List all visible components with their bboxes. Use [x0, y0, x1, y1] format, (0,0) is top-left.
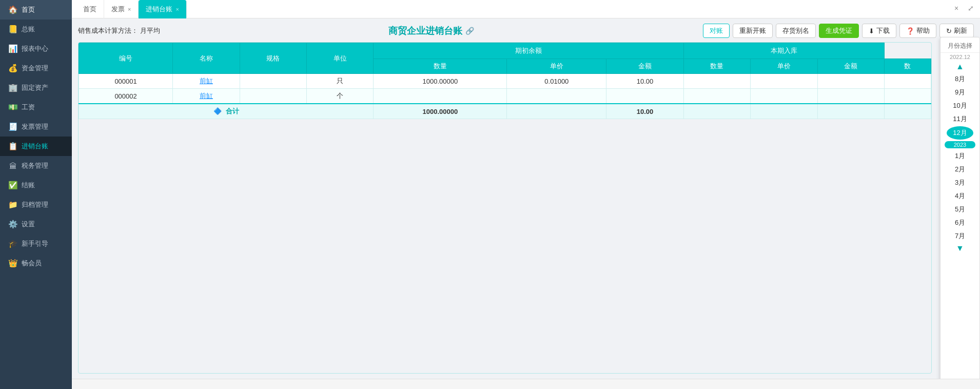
- home-icon: 🏠: [8, 5, 17, 14]
- sidebar-item-close[interactable]: ✅ 结账: [0, 176, 72, 195]
- tab-purchase-sales-close-icon[interactable]: ×: [175, 0, 179, 18]
- col-opening-price: 单价: [507, 59, 606, 74]
- tab-home[interactable]: 首页: [76, 0, 104, 18]
- close-window-button[interactable]: ×: [951, 3, 962, 13]
- cell-name: 前缸: [173, 89, 240, 104]
- bottom-bar: [72, 379, 980, 389]
- product-name-link[interactable]: 前缸: [200, 77, 213, 85]
- tabs-bar: 首页 发票 × 进销台账 ×: [72, 0, 980, 18]
- sidebar-item-member[interactable]: 👑 畅会员: [0, 254, 72, 273]
- sidebar-item-label: 报表中心: [22, 44, 48, 53]
- ledger-icon: 📒: [8, 25, 17, 34]
- maximize-window-button[interactable]: ⤢: [966, 3, 976, 13]
- month-item-2023-2[interactable]: 2月: [940, 163, 974, 176]
- refresh-button[interactable]: ↻ 刷新: [939, 24, 974, 38]
- col-unit: 单位: [307, 43, 374, 74]
- purchase-sales-icon: 📋: [8, 142, 17, 151]
- tab-purchase-sales-label: 进销台账: [146, 0, 172, 18]
- sidebar-item-label: 工资: [22, 103, 35, 112]
- sidebar-item-funds[interactable]: 💰 资金管理: [0, 59, 72, 78]
- tab-invoices[interactable]: 发票 ×: [104, 0, 139, 18]
- download-icon: ⬇: [869, 27, 874, 35]
- cell-unit: 只: [307, 74, 374, 89]
- col-id: 编号: [79, 43, 173, 74]
- sidebar-item-ledger[interactable]: 📒 总账: [0, 20, 72, 39]
- col-extra: 数: [884, 59, 931, 74]
- page-title: 商贸企业进销台账 🔗: [388, 25, 474, 37]
- month-item-2023-6[interactable]: 6月: [940, 216, 974, 229]
- cell-opening-price: 0.01000: [507, 74, 606, 89]
- help-button[interactable]: ❓ 帮助: [899, 24, 936, 38]
- sidebar-item-assets[interactable]: 🏢 固定资产: [0, 78, 72, 98]
- cell-in-price: [751, 74, 817, 89]
- sidebar-item-purchase-sales[interactable]: 📋 进销台账: [0, 137, 72, 156]
- cell-unit: 个: [307, 89, 374, 104]
- total-in-qty: [683, 104, 750, 119]
- cell-spec: [240, 74, 306, 89]
- col-opening-amount: 金额: [606, 59, 683, 74]
- month-item-8[interactable]: 8月: [940, 72, 974, 86]
- total-in-price: [751, 104, 817, 119]
- tab-home-label: 首页: [83, 0, 96, 18]
- sidebar-item-guide[interactable]: 🎓 新手引导: [0, 234, 72, 254]
- sidebar-item-label: 固定资产: [22, 83, 48, 92]
- sidebar-item-archive[interactable]: 📁 归档管理: [0, 195, 72, 215]
- help-icon: ❓: [906, 27, 914, 35]
- tab-invoices-close-icon[interactable]: ×: [128, 0, 131, 18]
- col-opening-balance: 期初余额: [374, 43, 683, 59]
- download-button[interactable]: ⬇ 下载: [862, 24, 896, 38]
- sidebar-item-tax[interactable]: 🏛 税务管理: [0, 156, 72, 176]
- sidebar-item-invoices[interactable]: 🧾 发票管理: [0, 117, 72, 137]
- sidebar-item-label: 归档管理: [22, 200, 48, 209]
- cost-method-value: 月平均: [140, 27, 160, 34]
- tab-purchase-sales[interactable]: 进销台账 ×: [139, 0, 186, 18]
- month-item-2023-4[interactable]: 4月: [940, 189, 974, 203]
- product-name-link[interactable]: 前缸: [200, 92, 213, 100]
- sidebar-item-label: 首页: [22, 5, 35, 14]
- month-item-2023-3[interactable]: 3月: [940, 176, 974, 189]
- tab-invoices-label: 发票: [111, 0, 125, 18]
- month-picker-title: 月份选择: [940, 42, 974, 53]
- cost-method: 销售成本计算方法： 月平均: [78, 26, 160, 35]
- month-scroll-up-button[interactable]: ▲: [940, 61, 974, 72]
- cell-name: 前缸: [173, 74, 240, 89]
- help-label: 帮助: [916, 26, 930, 35]
- close-books-icon: ✅: [8, 181, 17, 190]
- guide-icon: 🎓: [8, 239, 17, 248]
- save-alias-button[interactable]: 存货别名: [776, 24, 816, 38]
- month-scroll-down-button[interactable]: ▼: [940, 243, 974, 254]
- info-icon[interactable]: 🔗: [465, 27, 474, 35]
- sidebar-item-label: 进销台账: [22, 142, 48, 151]
- cell-extra: [884, 74, 931, 89]
- month-item-10[interactable]: 10月: [940, 99, 974, 112]
- year-2023-badge: 2023: [945, 141, 974, 148]
- sidebar-item-label: 发票管理: [22, 122, 48, 131]
- month-item-11[interactable]: 11月: [940, 112, 974, 126]
- cost-method-label: 销售成本计算方法：: [78, 27, 138, 34]
- month-item-9[interactable]: 9月: [940, 86, 974, 99]
- cell-opening-qty: 1000.00000: [374, 74, 507, 89]
- month-item-2023-5[interactable]: 5月: [940, 203, 974, 216]
- month-item-12[interactable]: 12月: [947, 126, 973, 140]
- col-in-qty: 数量: [683, 59, 750, 74]
- tax-icon: 🏛: [8, 162, 17, 170]
- total-icon: 🔷: [213, 107, 222, 115]
- sidebar-item-label: 税务管理: [22, 161, 48, 170]
- generate-voucher-button[interactable]: 生成凭证: [819, 24, 859, 38]
- duizhang-button[interactable]: 对账: [703, 24, 730, 38]
- month-item-2023-1[interactable]: 1月: [940, 149, 974, 163]
- col-in-amount: 金额: [817, 59, 884, 74]
- reopen-button[interactable]: 重新开账: [733, 24, 773, 38]
- cell-in-price: [751, 89, 817, 104]
- sidebar-item-label: 设置: [22, 220, 35, 229]
- sidebar-item-reports[interactable]: 📊 报表中心: [0, 39, 72, 59]
- sidebar-item-salary[interactable]: 💵 工资: [0, 98, 72, 117]
- total-row: 🔷 合计 1000.00000 10.00: [79, 104, 931, 119]
- purchase-sales-table: 编号 名称 规格 单位 期初余额 本期入库 数量 单价 金额 数量: [79, 43, 931, 119]
- invoice-icon: 🧾: [8, 122, 17, 131]
- sidebar-item-home[interactable]: 🏠 首页: [0, 0, 72, 20]
- month-item-2023-7[interactable]: 7月: [940, 229, 974, 243]
- page-content: 销售成本计算方法： 月平均 商贸企业进销台账 🔗 对账 重新开账 存货别名 生成…: [72, 18, 980, 379]
- sidebar-item-settings[interactable]: ⚙️ 设置: [0, 215, 72, 234]
- table-row: 000002 前缸 个: [79, 89, 931, 104]
